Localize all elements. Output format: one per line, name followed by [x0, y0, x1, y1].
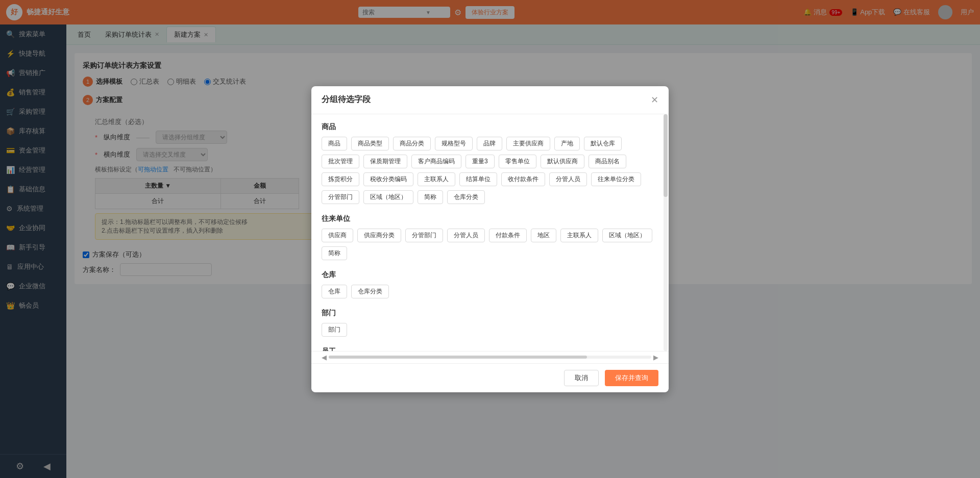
section-product: 商品 商品 商品类型 商品分类 规格型号 品牌 主要供应商 产地 默认仓库 批次…	[322, 122, 658, 204]
section-warehouse-title: 仓库	[322, 270, 658, 280]
field-tag-batch-mgmt[interactable]: 批次管理	[322, 155, 359, 168]
field-tag-product-category[interactable]: 商品分类	[393, 137, 431, 150]
modal-footer: 取消 保存并查询	[311, 363, 669, 392]
confirm-button[interactable]: 保存并查询	[605, 370, 658, 386]
field-tag-supplier-category[interactable]: 供应商分类	[357, 229, 401, 242]
section-product-title: 商品	[322, 122, 658, 132]
field-tag-pick-score[interactable]: 拣货积分	[322, 172, 359, 186]
section-counterpart: 往来单位 供应商 供应商分类 分管部门 分管人员 付款条件 地区 主联系人 区域…	[322, 214, 658, 260]
field-tag-retail-unit[interactable]: 零售单位	[499, 155, 536, 168]
field-tag-region-2[interactable]: 区域（地区）	[602, 229, 652, 242]
field-tag-person[interactable]: 分管人员	[447, 229, 485, 242]
scroll-right-icon[interactable]: ▶	[653, 354, 658, 361]
product-field-tags: 商品 商品类型 商品分类 规格型号 品牌 主要供应商 产地 默认仓库 批次管理 …	[322, 137, 658, 204]
section-warehouse: 仓库 仓库 仓库分类	[322, 270, 658, 298]
field-tag-main-supplier[interactable]: 主要供应商	[506, 137, 550, 150]
field-tag-tax-code[interactable]: 税收分类编码	[363, 172, 413, 186]
field-tag-settlement-unit[interactable]: 结算单位	[459, 172, 497, 186]
section-employee-title: 员工	[322, 347, 658, 351]
modal-hscroll: ◀ ▶	[311, 351, 669, 363]
field-tag-default-supplier[interactable]: 默认供应商	[541, 155, 584, 168]
section-counterpart-title: 往来单位	[322, 214, 658, 223]
hscroll-track[interactable]	[329, 356, 651, 359]
modal-title: 分组待选字段	[322, 94, 371, 105]
field-tag-main-contact[interactable]: 主联系人	[418, 172, 455, 186]
field-tag-spec-type[interactable]: 规格型号	[435, 137, 473, 150]
field-tag-customer-code[interactable]: 客户商品编码	[411, 155, 461, 168]
field-tag-weight[interactable]: 重量3	[465, 155, 495, 168]
field-tag-short-name-2[interactable]: 简称	[322, 246, 347, 260]
modal-scrollbar-track[interactable]	[664, 114, 668, 351]
cancel-button[interactable]: 取消	[564, 370, 599, 386]
warehouse-field-tags: 仓库 仓库分类	[322, 285, 658, 298]
modal-overlay[interactable]: 分组待选字段 ✕ 商品 商品 商品类型 商品分类 规格型号 品牌 主要供应商 产…	[0, 0, 980, 478]
counterpart-field-tags: 供应商 供应商分类 分管部门 分管人员 付款条件 地区 主联系人 区域（地区） …	[322, 229, 658, 260]
field-tag-origin[interactable]: 产地	[554, 137, 580, 150]
field-tag-short-name[interactable]: 简称	[418, 190, 443, 204]
field-tag-managing-dept[interactable]: 分管部门	[322, 190, 359, 204]
section-dept-title: 部门	[322, 309, 658, 318]
field-tag-warehouse[interactable]: 仓库	[322, 285, 347, 298]
field-tag-department[interactable]: 部门	[322, 323, 347, 337]
field-tag-dept[interactable]: 分管部门	[405, 229, 443, 242]
field-tag-region[interactable]: 区域（地区）	[363, 190, 413, 204]
section-dept: 部门 部门	[322, 309, 658, 337]
field-tag-payment-terms[interactable]: 收付款条件	[501, 172, 545, 186]
field-tag-area[interactable]: 地区	[531, 229, 556, 242]
modal-dialog: 分组待选字段 ✕ 商品 商品 商品类型 商品分类 规格型号 品牌 主要供应商 产…	[311, 86, 669, 392]
field-tag-brand[interactable]: 品牌	[477, 137, 502, 150]
field-tag-supplier[interactable]: 供应商	[322, 229, 353, 242]
field-tag-product-type[interactable]: 商品类型	[351, 137, 389, 150]
field-tag-warehouse-category[interactable]: 仓库分类	[447, 190, 485, 204]
modal-header: 分组待选字段 ✕	[311, 86, 669, 114]
modal-close-button[interactable]: ✕	[651, 94, 658, 106]
field-tag-counterpart-category[interactable]: 往来单位分类	[591, 172, 641, 186]
field-tag-warehouse-cat[interactable]: 仓库分类	[351, 285, 389, 298]
field-tag-main-contact-2[interactable]: 主联系人	[560, 229, 598, 242]
field-tag-manager[interactable]: 分管人员	[549, 172, 587, 186]
dept-field-tags: 部门	[322, 323, 658, 337]
section-employee: 员工 业务员	[322, 347, 658, 351]
field-tag-expiry-mgmt[interactable]: 保质期管理	[363, 155, 407, 168]
field-tag-product-alias[interactable]: 商品别名	[589, 155, 626, 168]
modal-body[interactable]: 商品 商品 商品类型 商品分类 规格型号 品牌 主要供应商 产地 默认仓库 批次…	[311, 114, 669, 351]
scroll-left-icon[interactable]: ◀	[322, 354, 327, 361]
field-tag-payment-condition[interactable]: 付款条件	[489, 229, 527, 242]
modal-scrollbar-thumb[interactable]	[664, 114, 668, 197]
field-tag-product[interactable]: 商品	[322, 137, 347, 150]
field-tag-default-warehouse[interactable]: 默认仓库	[584, 137, 622, 150]
hscroll-thumb[interactable]	[329, 356, 587, 359]
